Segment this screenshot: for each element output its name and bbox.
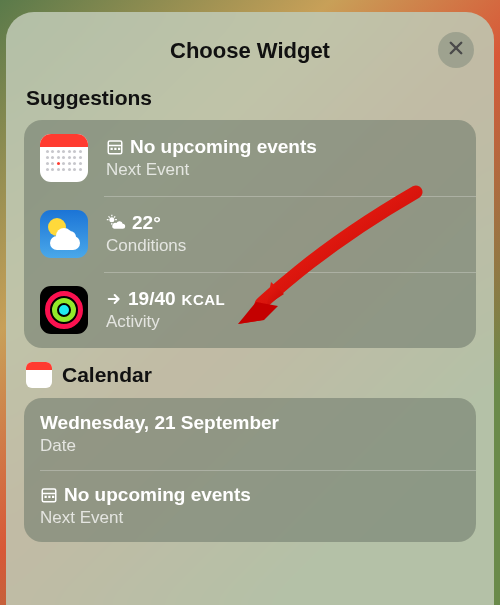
calendar-card: Wednesday, 21 September Date No upcoming… — [24, 398, 476, 542]
sheet-header: Choose Widget — [24, 30, 476, 72]
svg-rect-5 — [114, 148, 116, 150]
weather-app-icon — [40, 210, 88, 258]
suggestion-text: 19/40KCAL Activity — [106, 288, 225, 332]
svg-point-7 — [109, 217, 114, 222]
svg-rect-17 — [45, 496, 47, 498]
suggestion-title: No upcoming events — [130, 136, 317, 158]
widget-suggestion-activity[interactable]: 19/40KCAL Activity — [24, 272, 476, 348]
widget-title: Wednesday, 21 September — [40, 412, 279, 434]
suggestion-title: 22° — [132, 212, 161, 234]
calendar-grid-icon — [106, 138, 124, 156]
partly-cloudy-icon — [106, 214, 126, 232]
suggestions-card: No upcoming events Next Event — [24, 120, 476, 348]
widget-suggestion-conditions[interactable]: 22° Conditions — [24, 196, 476, 272]
widget-calendar-next-event[interactable]: No upcoming events Next Event — [24, 470, 476, 542]
svg-rect-2 — [108, 141, 122, 154]
calendar-grid-icon — [40, 486, 58, 504]
widget-subtitle: Next Event — [40, 508, 251, 528]
close-icon — [447, 39, 465, 61]
svg-rect-6 — [118, 148, 120, 150]
suggestion-text: 22° Conditions — [106, 212, 186, 256]
suggestion-title-unit: KCAL — [182, 291, 226, 308]
svg-rect-15 — [42, 489, 56, 502]
widget-title: No upcoming events — [64, 484, 251, 506]
suggestion-title: 19/40 — [128, 288, 176, 310]
widget-text: Wednesday, 21 September Date — [40, 412, 279, 456]
widget-suggestion-next-event[interactable]: No upcoming events Next Event — [24, 120, 476, 196]
section-label-text: Calendar — [62, 363, 152, 387]
sheet-title: Choose Widget — [170, 38, 330, 64]
svg-rect-19 — [52, 496, 54, 498]
suggestion-subtitle: Activity — [106, 312, 225, 332]
calendar-app-icon — [26, 362, 52, 388]
svg-rect-4 — [111, 148, 113, 150]
section-label-suggestions: Suggestions — [26, 86, 476, 110]
widget-picker-sheet: Choose Widget Suggestions — [6, 12, 494, 605]
arrow-right-icon — [106, 291, 122, 307]
svg-line-12 — [109, 216, 110, 217]
suggestion-subtitle: Conditions — [106, 236, 186, 256]
suggestion-subtitle: Next Event — [106, 160, 317, 180]
activity-app-icon — [40, 286, 88, 334]
svg-line-13 — [114, 216, 115, 217]
calendar-app-icon — [40, 134, 88, 182]
suggestion-text: No upcoming events Next Event — [106, 136, 317, 180]
widget-subtitle: Date — [40, 436, 279, 456]
widget-text: No upcoming events Next Event — [40, 484, 251, 528]
svg-rect-18 — [48, 496, 50, 498]
close-button[interactable] — [438, 32, 474, 68]
widget-calendar-date[interactable]: Wednesday, 21 September Date — [24, 398, 476, 470]
section-label-calendar: Calendar — [26, 362, 476, 388]
